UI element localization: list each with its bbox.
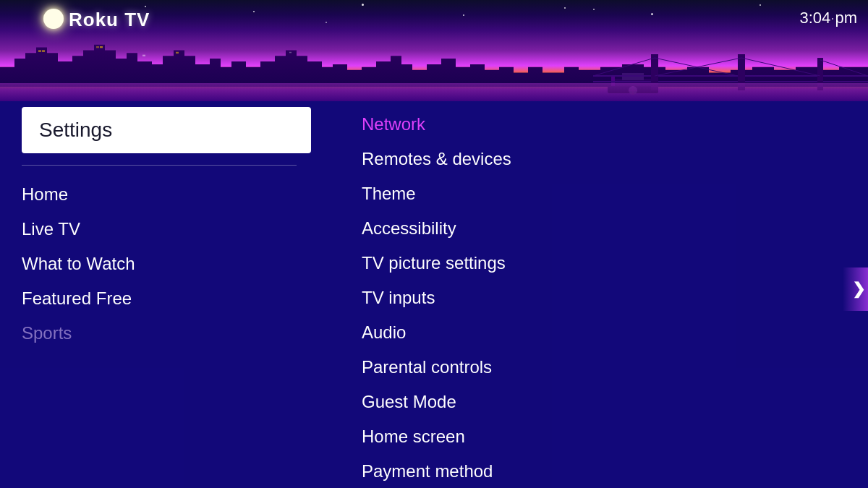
- settings-item-network[interactable]: Network: [362, 107, 839, 142]
- settings-title: Settings: [39, 119, 112, 141]
- settings-item-accessibility[interactable]: Accessibility: [362, 211, 839, 246]
- nav-item-livetv[interactable]: Live TV: [22, 212, 311, 247]
- settings-item-homescreen[interactable]: Home screen: [362, 419, 839, 454]
- settings-item-guestmode[interactable]: Guest Mode: [362, 385, 839, 419]
- settings-header-box: Settings: [22, 107, 311, 153]
- settings-item-remotes[interactable]: Remotes & devices: [362, 142, 839, 176]
- right-panel: Network Remotes & devices Theme Accessib…: [333, 101, 868, 488]
- clock: 3:04 pm: [800, 9, 858, 27]
- left-panel: Settings Home Live TV What to Watch Feat…: [0, 101, 333, 488]
- settings-item-theme[interactable]: Theme: [362, 176, 839, 211]
- settings-item-parental[interactable]: Parental controls: [362, 350, 839, 385]
- divider: [22, 165, 297, 166]
- settings-item-tvpicture[interactable]: TV picture settings: [362, 246, 839, 281]
- svg-line-24: [741, 58, 820, 76]
- settings-item-audio[interactable]: Audio: [362, 315, 839, 350]
- nav-item-sports[interactable]: Sports: [22, 316, 311, 351]
- svg-rect-4: [100, 46, 103, 48]
- svg-rect-3: [96, 46, 99, 48]
- settings-item-tvinputs[interactable]: TV inputs: [362, 281, 839, 315]
- scroll-right-arrow[interactable]: [843, 267, 868, 311]
- water-reflection: [0, 83, 868, 101]
- svg-rect-5: [142, 55, 145, 56]
- svg-rect-7: [289, 52, 292, 53]
- nav-item-featuredfree[interactable]: Featured Free: [22, 281, 311, 316]
- main-content: Settings Home Live TV What to Watch Feat…: [0, 101, 868, 488]
- svg-rect-6: [176, 52, 179, 53]
- svg-rect-2: [42, 50, 45, 51]
- nav-item-home[interactable]: Home: [22, 177, 311, 212]
- svg-line-25: [820, 60, 868, 76]
- svg-line-21: [593, 58, 655, 76]
- moon-icon: [43, 9, 64, 29]
- svg-rect-1: [38, 50, 41, 51]
- roku-tv-logo: Roku TV: [69, 9, 150, 31]
- nav-item-whattowatch[interactable]: What to Watch: [22, 247, 311, 281]
- settings-item-payment[interactable]: Payment method: [362, 454, 839, 488]
